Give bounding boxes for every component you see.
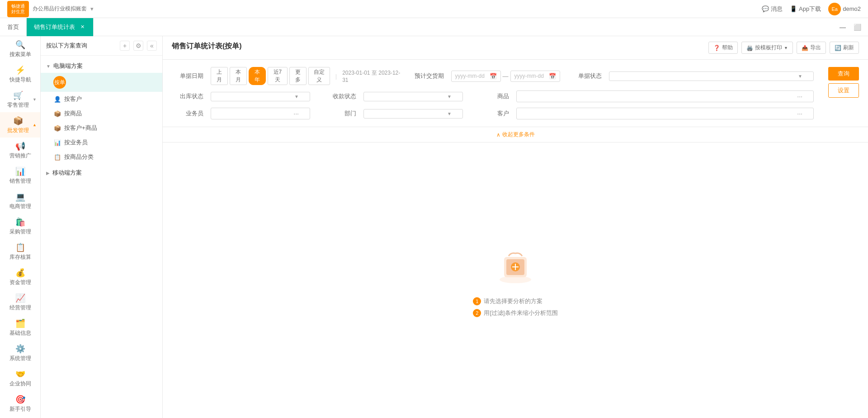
add-scheme-btn[interactable]: + (120, 41, 130, 51)
sidebar-item-label: 采购管理 (9, 228, 31, 236)
system-icon: ⚙️ (15, 344, 25, 354)
tree-item-按业务员[interactable]: 📊 按业务员 (41, 135, 162, 150)
tree-collapse-icon: ▶ (46, 171, 50, 176)
tree-item-label: 按商品分类 (64, 153, 94, 161)
tree-item-按单[interactable]: 按单 (41, 73, 162, 92)
date-input-start[interactable]: yyyy-mm-dd 📅 (451, 71, 501, 82)
dept-label: 部门 (325, 109, 356, 118)
ecommerce-icon: 💻 (15, 192, 25, 202)
plus-icon: + (123, 42, 127, 49)
sidebar-item-retail[interactable]: 🛒 零售管理 ▼ (0, 87, 40, 112)
sidebar-item-inventory[interactable]: 📋 库存核算 (0, 239, 40, 264)
sales-icon: 📊 (15, 166, 25, 176)
message-icon: 💬 (762, 5, 769, 12)
help-icon: ❓ (713, 45, 720, 51)
sidebar-item-label: 销售管理 (9, 177, 31, 185)
basic-icon: 🗂️ (15, 318, 25, 328)
pay-status-select[interactable]: ▼ (363, 92, 463, 101)
tree-group-mobile: ▶ 移动端方案 (41, 166, 162, 180)
calendar-end-icon[interactable]: 📅 (549, 73, 556, 80)
sidebar-item-search-menu[interactable]: 🔍 搜索菜单 (0, 36, 40, 62)
app-download-btn[interactable]: 📱 App下载 (790, 5, 821, 13)
salesman-dots[interactable]: ··· (293, 110, 299, 117)
sidebar-item-operations[interactable]: 📈 经营管理 (0, 290, 40, 315)
collapse-bar[interactable]: ∧ 收起更多条件 (163, 127, 868, 142)
sidebar-item-ecommerce[interactable]: 💻 电商管理 (0, 188, 40, 214)
customer-dots[interactable]: ··· (797, 110, 802, 117)
tree-group-mobile-header[interactable]: ▶ 移动端方案 (41, 166, 162, 180)
print-btn[interactable]: 🖨️ 按模板打印 ▼ (741, 42, 793, 54)
ship-status-select[interactable]: ▼ (211, 92, 310, 101)
product-dots[interactable]: ··· (797, 93, 802, 100)
sidebar-item-wholesale[interactable]: 📦 批发管理 ▲ (0, 112, 40, 138)
quick-icon: ⚡ (15, 65, 25, 75)
sidebar-item-label: 库存核算 (9, 253, 31, 261)
sidebar-item-label: 营销推广 (9, 152, 31, 160)
sidebar-item-purchase[interactable]: 🛍️ 采购管理 (0, 214, 40, 239)
tab-close-icon[interactable]: ✕ (79, 24, 86, 31)
gear-icon: ⚙ (136, 42, 142, 49)
sidebar-item-newbie[interactable]: 🎯 新手引导 (0, 391, 40, 416)
expected-delivery-label: 预计交货期 (408, 72, 444, 80)
refresh-btn[interactable]: 🔄 刷新 (830, 42, 859, 54)
user-menu[interactable]: Ea demo2 (828, 3, 861, 15)
purchase-icon: 🛍️ (15, 217, 25, 227)
tree-group-pc-header[interactable]: ▼ 电脑端方案 (41, 59, 162, 73)
minimize-btn[interactable]: — (837, 22, 848, 33)
tabbar-actions: — ⬜ (837, 22, 868, 33)
topbar-right: 💬 消息 📱 App下载 Ea demo2 (762, 3, 861, 15)
tree-item-按客户[interactable]: 👤 按客户 (41, 92, 162, 106)
left-panel-header: 按以下方案查询 + ⚙ « (41, 36, 162, 56)
chevron-up-icon: ▲ (33, 123, 37, 127)
date-btn-this-year[interactable]: 本年 (249, 67, 266, 85)
sidebar-item-sales[interactable]: 📊 销售管理 (0, 163, 40, 188)
date-btn-custom[interactable]: 自定义 (308, 67, 330, 85)
print-icon: 🖨️ (746, 45, 753, 51)
tree-item-按商品分类[interactable]: 📋 按商品分类 (41, 150, 162, 164)
filter-settings-btn[interactable]: 设置 (828, 83, 859, 98)
tab-sales-order[interactable]: 销售订单统计表 ✕ (27, 18, 94, 36)
collapse-panel-btn[interactable]: « (147, 41, 157, 51)
customer-select[interactable]: ··· (516, 108, 814, 119)
maximize-btn[interactable]: ⬜ (852, 22, 863, 33)
scheme-settings-btn[interactable]: ⚙ (133, 41, 143, 51)
message-btn[interactable]: 💬 消息 (762, 5, 783, 13)
sidebar-item-basic-info[interactable]: 🗂️ 基础信息 (0, 315, 40, 340)
sidebar-item-app-center[interactable]: 📱 应用中心 (0, 416, 40, 418)
print-label: 按模板打印 (755, 44, 782, 52)
collapse-label: 收起更多条件 (502, 131, 535, 138)
tree-item-按商品[interactable]: 📦 按商品 (41, 106, 162, 121)
query-btn[interactable]: 查询 (828, 67, 859, 81)
dept-select[interactable]: ▼ (363, 109, 463, 119)
sidebar-item-marketing[interactable]: 📢 营销推广 (0, 138, 40, 163)
app-title-arrow[interactable]: ▾ (90, 5, 94, 12)
date-btn-this-month[interactable]: 本月 (230, 67, 247, 85)
sidebar-item-enterprise[interactable]: 🤝 企业协同 (0, 366, 40, 391)
export-btn[interactable]: 📤 导出 (797, 42, 826, 54)
calendar-start-icon[interactable]: 📅 (490, 73, 497, 80)
sidebar-item-system[interactable]: ⚙️ 系统管理 (0, 340, 40, 366)
order-status-select[interactable]: ▼ (609, 71, 814, 81)
export-icon: 📤 (802, 45, 808, 51)
page-actions: ❓ 帮助 🖨️ 按模板打印 ▼ 📤 导出 🔄 刷新 (708, 42, 859, 59)
topbar-left: 畅捷通好生意 办公用品行业模拟账套 ▾ (7, 1, 94, 17)
enterprise-icon: 🤝 (15, 369, 25, 379)
help-btn[interactable]: ❓ 帮助 (708, 42, 738, 54)
tab-home[interactable]: 首页 (0, 18, 27, 36)
date-btn-last-month[interactable]: 上月 (211, 67, 228, 85)
sidebar-item-finance[interactable]: 💰 资金管理 (0, 264, 40, 290)
sidebar-item-quick-nav[interactable]: ⚡ 快捷导航 (0, 62, 40, 87)
salesman-select[interactable]: ··· (211, 108, 310, 119)
date-start-placeholder: yyyy-mm-dd (455, 73, 485, 79)
pay-status-chevron: ▼ (447, 94, 452, 99)
product-select[interactable]: ··· (516, 90, 814, 102)
empty-tips: 1 请先选择要分析的方案 2 用[过滤]条件来缩小分析范围 (473, 297, 557, 317)
customer-label: 客户 (477, 109, 509, 118)
pay-status-label: 收款状态 (325, 92, 356, 100)
date-btn-7days[interactable]: 近7天 (268, 67, 288, 85)
date-input-end[interactable]: yyyy-mm-dd 📅 (510, 71, 560, 82)
tree-group-label: 电脑端方案 (53, 62, 83, 70)
help-label: 帮助 (722, 44, 733, 52)
tree-item-按客户商品[interactable]: 📦 按客户+商品 (41, 121, 162, 135)
date-btn-more[interactable]: 更多 (289, 67, 307, 85)
